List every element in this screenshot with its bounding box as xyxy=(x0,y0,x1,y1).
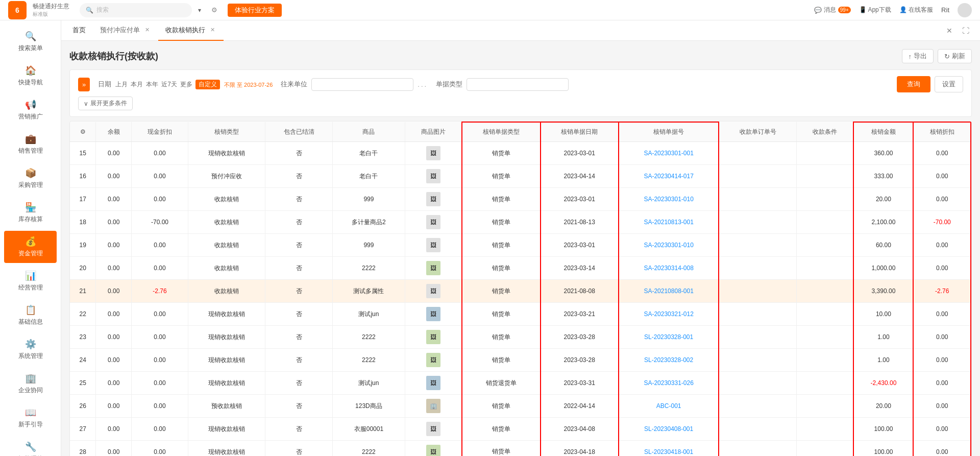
cell-collection-order xyxy=(719,165,796,188)
cell-cash-discount: 0.00 xyxy=(132,326,188,349)
date-this-month[interactable]: 本月 xyxy=(131,80,143,89)
sales-icon: 💼 xyxy=(25,133,36,145)
main-content: 首页 预付冲应付单 ✕ 收款核销执行 ✕ ✕ ⛶ 收款核销执行(按收款) xyxy=(61,20,980,456)
cell-index: 16 xyxy=(70,165,96,188)
cell-index: 20 xyxy=(70,257,96,280)
cell-bill-report-type: 销货单 xyxy=(462,211,540,234)
sidebar-item-inventory[interactable]: 🏪 库存核算 xyxy=(4,197,57,229)
from-unit-input[interactable] xyxy=(311,78,413,91)
cell-collection-order xyxy=(719,303,796,326)
avatar[interactable] xyxy=(958,3,972,17)
export-btn[interactable]: ↑ 导出 xyxy=(902,49,934,63)
sidebar-item-purchase[interactable]: 📦 采购管理 xyxy=(4,162,57,195)
table-row: 27 0.00 0.00 现销收款核销 否 衣服00001 🖼 销货单 2023… xyxy=(70,418,971,441)
table-row: 19 0.00 0.00 收款核销 否 999 🖼 销货单 2023-03-01… xyxy=(70,234,971,257)
th-bill-report-type: 核销单据类型 xyxy=(462,122,540,142)
bill-no-link[interactable]: SA-20210813-001 xyxy=(644,219,693,226)
bill-no-link[interactable]: SL-20230408-001 xyxy=(644,425,693,433)
page-header: 收款核销执行(按收款) ↑ 导出 ↻ 刷新 xyxy=(69,49,972,63)
cell-writeoff-amount: 333.00 xyxy=(853,165,913,188)
expand-more-btn[interactable]: ∨ 展开更多条件 xyxy=(78,97,133,110)
tab-close-all[interactable]: ✕ xyxy=(943,25,955,37)
filter-actions: 查询 设置 xyxy=(897,76,963,92)
cell-bill-report-type: 销货单 xyxy=(462,349,540,372)
bill-no-link[interactable]: SL-20230328-002 xyxy=(644,356,693,364)
date-prev-month[interactable]: 上月 xyxy=(115,80,128,89)
cell-bill-no: ABC-001 xyxy=(619,395,719,418)
bill-no-link[interactable]: SA-20230301-010 xyxy=(644,196,693,203)
cell-bill-report-type: 销货单 xyxy=(462,142,540,165)
date-7days[interactable]: 近7天 xyxy=(161,80,177,89)
cell-index: 24 xyxy=(70,349,96,372)
app-download[interactable]: 📱 App下载 xyxy=(859,6,891,14)
cell-goods-img: 🖼 xyxy=(405,257,462,280)
bill-no-link[interactable]: SL-20230328-001 xyxy=(644,333,693,341)
tab-prepay[interactable]: 预付冲应付单 ✕ xyxy=(93,20,158,41)
table-header-row: ⚙ 余额 现金折扣 核销类型 包含已结清 商品 商品图片 核销单据类型 核销单据… xyxy=(70,122,971,142)
tab-maximize[interactable]: ⛶ xyxy=(960,25,972,37)
search-bar[interactable]: 🔍 搜索 xyxy=(80,3,192,17)
refresh-btn[interactable]: ↻ 刷新 xyxy=(938,49,972,63)
cell-bill-no: SA-20230301-001 xyxy=(619,142,719,165)
bill-no-link[interactable]: SL-20230418-001 xyxy=(644,448,693,455)
top-bar: 6 畅捷通好生意 标准版 🔍 搜索 ▾ ⚙ 体验行业方案 💬 消息 99+ 📱 … xyxy=(0,0,980,20)
sidebar-item-search[interactable]: 🔍 搜索菜单 xyxy=(4,26,57,58)
sidebar-item-operations[interactable]: 📊 经营管理 xyxy=(4,265,57,297)
cell-bill-no: SA-20210813-001 xyxy=(619,211,719,234)
cell-writeoff-type: 现销收款核销 xyxy=(188,303,265,326)
sidebar-item-sales[interactable]: 💼 销售管理 xyxy=(4,128,57,160)
cell-writeoff-amount: 3,390.00 xyxy=(853,280,913,303)
sidebar-item-system[interactable]: ⚙️ 系统管理 xyxy=(4,333,57,366)
bill-no-link[interactable]: ABC-001 xyxy=(656,402,681,410)
cell-writeoff-amount: 1.00 xyxy=(853,349,913,372)
filter-settings-btn[interactable]: 设置 xyxy=(935,76,963,92)
cell-bill-date: 2023-03-01 xyxy=(541,234,619,257)
query-btn[interactable]: 查询 xyxy=(897,76,930,92)
cell-balance: 0.00 xyxy=(96,188,132,211)
sidebar-item-basic[interactable]: 📋 基础信息 xyxy=(4,299,57,331)
cell-collection-condition xyxy=(797,280,854,303)
notification[interactable]: 💬 消息 99+ xyxy=(814,6,851,14)
bill-no-link[interactable]: SA-20230331-026 xyxy=(644,379,693,387)
cell-goods: 测试jun xyxy=(332,372,405,395)
sidebar-item-finance[interactable]: 💰 资金管理 xyxy=(4,231,57,263)
sidebar-item-marketing[interactable]: 📢 营销推广 xyxy=(4,94,57,126)
bill-type-select[interactable] xyxy=(467,78,569,91)
settings-icon[interactable]: ⚙ xyxy=(207,3,222,17)
cell-collection-order xyxy=(719,280,796,303)
cell-writeoff-type: 收款核销 xyxy=(188,280,265,303)
cell-bill-report-type: 销货单 xyxy=(462,257,540,280)
sidebar-item-guide[interactable]: 📖 新手引导 xyxy=(4,402,57,434)
table-row: 26 0.00 0.00 预收款核销 否 123D商品 🏢 销货单 2022-0… xyxy=(70,395,971,418)
cell-index: 17 xyxy=(70,188,96,211)
bill-no-link[interactable]: SA-20230321-012 xyxy=(644,310,693,318)
service-icon: 👤 xyxy=(899,6,907,13)
solution-btn[interactable]: 体验行业方案 xyxy=(228,4,282,17)
cell-include-settled: 否 xyxy=(265,165,332,188)
cell-writeoff-amount: 1,000.00 xyxy=(853,257,913,280)
date-more[interactable]: 更多 xyxy=(180,80,192,89)
tab-home[interactable]: 首页 xyxy=(65,20,93,41)
filter-expand[interactable]: » xyxy=(78,78,90,91)
bill-no-link[interactable]: SA-20230414-017 xyxy=(644,173,693,180)
date-custom-btn[interactable]: 自定义 xyxy=(195,80,220,89)
cell-goods: 多计量商品2 xyxy=(332,211,405,234)
sidebar-item-hardware[interactable]: 🔧 智能硬件 xyxy=(4,436,57,456)
tab-prepay-close[interactable]: ✕ xyxy=(143,26,151,34)
sidebar-item-quick-nav[interactable]: 🏠 快捷导航 xyxy=(4,60,57,92)
bill-no-link[interactable]: SA-20230301-010 xyxy=(644,242,693,249)
tab-collection[interactable]: 收款核销执行 ✕ xyxy=(158,20,224,41)
date-this-year[interactable]: 本年 xyxy=(146,80,158,89)
cell-bill-no: SA-20210808-001 xyxy=(619,280,719,303)
bill-no-link[interactable]: SA-20230314-008 xyxy=(644,265,693,272)
bill-no-link[interactable]: SA-20210808-001 xyxy=(644,287,693,295)
tab-collection-close[interactable]: ✕ xyxy=(208,26,216,34)
page-content: 收款核销执行(按收款) ↑ 导出 ↻ 刷新 » xyxy=(61,41,980,456)
cell-bill-report-type: 销货退货单 xyxy=(462,372,540,395)
cell-goods: 2222 xyxy=(332,257,405,280)
online-service[interactable]: 👤 在线客服 xyxy=(899,6,933,14)
cell-bill-no: SL-20230418-001 xyxy=(619,441,719,457)
bill-no-link[interactable]: SA-20230301-001 xyxy=(644,150,693,157)
sidebar-item-enterprise[interactable]: 🏢 企业协同 xyxy=(4,368,57,400)
nav-dropdown[interactable]: ▾ xyxy=(198,7,201,14)
